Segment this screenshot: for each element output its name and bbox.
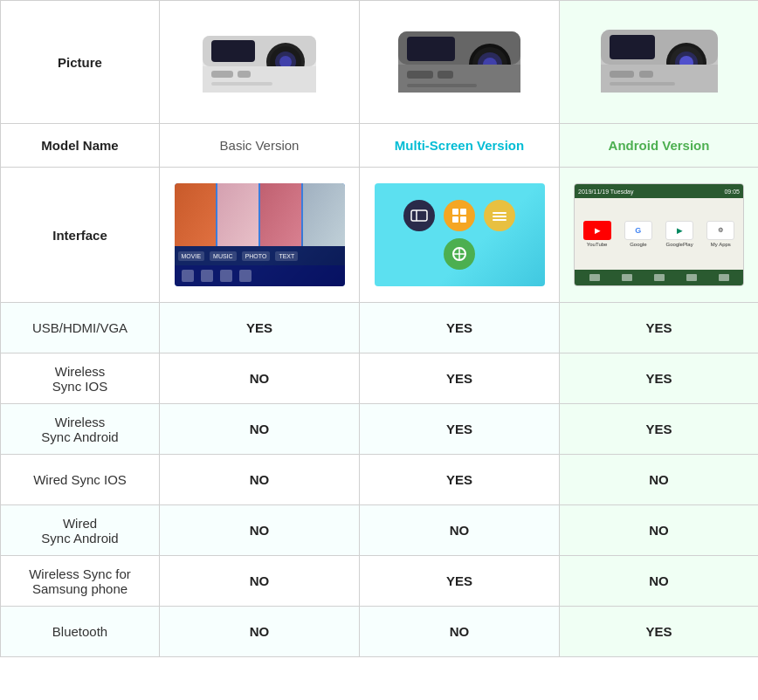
basic-icon-2 — [201, 270, 213, 282]
wired-android-row: WiredSync Android NO NO NO — [1, 505, 759, 556]
svg-rect-36 — [460, 209, 466, 215]
android-bottom-icon-3 — [654, 274, 665, 281]
screen-basic: MOVIE MUSIC PHOTO TEXT — [175, 183, 345, 286]
android-bottom-icon-5 — [719, 274, 729, 281]
svg-rect-37 — [452, 216, 458, 223]
gplay-label: GooglePlay — [666, 242, 693, 247]
basic-icon-1 — [182, 270, 194, 282]
usb-row: USB/HDMI/VGA YES YES YES — [1, 303, 759, 353]
interface-multi-cell — [360, 168, 560, 303]
usb-basic-value: YES — [160, 303, 360, 353]
svg-rect-20 — [438, 71, 453, 79]
wired-ios-android-value: NO — [560, 455, 759, 505]
multi-icon-1 — [403, 200, 435, 231]
wireless-ios-label: WirelessSync IOS — [1, 353, 160, 404]
android-bottom-icon-4 — [686, 274, 697, 281]
menu-movie: MOVIE — [178, 251, 205, 261]
model-multi: Multi-Screen Version — [360, 124, 560, 168]
basic-photo-1 — [175, 183, 216, 246]
picture-basic-cell — [160, 1, 360, 124]
multi-icon-2 — [444, 200, 475, 231]
multi-row-top — [403, 200, 515, 231]
svg-rect-24 — [610, 35, 655, 59]
picture-multi-cell — [360, 1, 560, 124]
gplay-icon: ▶ — [665, 221, 693, 240]
projector-basic-icon — [185, 14, 334, 110]
wired-android-basic-value: NO — [160, 505, 360, 556]
usb-multi-value: YES — [360, 303, 560, 353]
menu-text: TEXT — [275, 251, 298, 261]
google-icon: G — [624, 221, 652, 240]
wired-ios-multi-value: YES — [360, 455, 560, 505]
wired-ios-label: Wired Sync IOS — [1, 455, 160, 505]
interface-label: Interface — [1, 168, 160, 303]
svg-rect-21 — [407, 84, 477, 87]
svg-rect-32 — [610, 82, 675, 86]
wired-android-android-value: NO — [560, 505, 759, 556]
youtube-label: YouTube — [587, 242, 608, 247]
screen-multi — [375, 183, 545, 286]
wireless-ios-multi-value: YES — [360, 353, 560, 404]
android-apps: ▶ YouTube G Google ▶ GooglePlay ⚙ My App… — [575, 198, 743, 270]
projector-basic — [167, 10, 352, 114]
picture-label: Picture — [1, 1, 160, 124]
svg-rect-29 — [601, 65, 718, 93]
basic-photo-2 — [217, 183, 258, 246]
basic-photo-4 — [303, 183, 344, 246]
google-label: Google — [630, 242, 646, 247]
basic-icon-3 — [220, 270, 232, 282]
wireless-android-android-value: YES — [560, 404, 759, 455]
android-time: 09:05 — [724, 189, 740, 195]
android-date: 2019/11/19 Tuesday — [578, 189, 633, 195]
android-app-google: G Google — [624, 221, 652, 247]
wired-android-multi-value: NO — [360, 505, 560, 556]
picture-android-cell — [560, 1, 759, 124]
svg-rect-30 — [610, 71, 634, 78]
wireless-samsung-android-value: NO — [560, 556, 759, 607]
wireless-android-basic-value: NO — [160, 404, 360, 455]
android-bottom-icon-1 — [589, 274, 600, 281]
basic-photos — [175, 183, 345, 246]
picture-row: Picture — [1, 1, 759, 124]
multi-row-bottom — [444, 238, 475, 270]
model-name-label: Model Name — [1, 124, 160, 168]
model-row: Model Name Basic Version Multi-Screen Ve… — [1, 124, 759, 168]
projector-android-icon — [585, 14, 734, 110]
projector-android — [567, 10, 751, 114]
wireless-samsung-row: Wireless Sync forSamsung phone NO YES NO — [1, 556, 759, 607]
svg-point-6 — [279, 56, 292, 68]
multi-icons — [403, 200, 515, 270]
svg-rect-31 — [639, 71, 653, 78]
projector-multi — [367, 10, 552, 114]
screen-android: 2019/11/19 Tuesday 09:05 ▶ YouTube G Goo… — [574, 183, 744, 286]
svg-rect-38 — [460, 216, 466, 223]
svg-rect-33 — [411, 210, 427, 221]
svg-rect-19 — [407, 71, 433, 79]
android-top-bar: 2019/11/19 Tuesday 09:05 — [575, 184, 743, 198]
svg-rect-39 — [493, 212, 506, 214]
myapps-icon: ⚙ — [706, 221, 734, 240]
wired-android-label: WiredSync Android — [1, 505, 160, 556]
android-app-gplay: ▶ GooglePlay — [665, 221, 693, 247]
wireless-android-label: WirelessSync Android — [1, 404, 160, 455]
bluetooth-multi-value: NO — [360, 607, 560, 657]
wired-ios-basic-value: NO — [160, 455, 360, 505]
svg-rect-2 — [211, 40, 255, 62]
android-app-myapps: ⚙ My Apps — [706, 221, 734, 247]
wireless-ios-row: WirelessSync IOS NO YES YES — [1, 353, 759, 404]
bluetooth-basic-value: NO — [160, 607, 360, 657]
wireless-samsung-basic-value: NO — [160, 556, 360, 607]
basic-bottom-bar — [175, 265, 345, 286]
svg-rect-41 — [493, 219, 506, 221]
svg-rect-10 — [211, 82, 272, 86]
usb-label: USB/HDMI/VGA — [1, 303, 160, 353]
wireless-samsung-label: Wireless Sync forSamsung phone — [1, 556, 160, 607]
android-app-youtube: ▶ YouTube — [583, 221, 611, 247]
projector-multi-icon — [385, 14, 534, 110]
svg-rect-40 — [493, 216, 506, 217]
basic-menu: MOVIE MUSIC PHOTO TEXT — [175, 246, 345, 265]
bluetooth-label: Bluetooth — [1, 607, 160, 657]
svg-rect-7 — [203, 66, 316, 93]
basic-photo-3 — [260, 183, 301, 246]
bluetooth-row: Bluetooth NO NO YES — [1, 607, 759, 657]
